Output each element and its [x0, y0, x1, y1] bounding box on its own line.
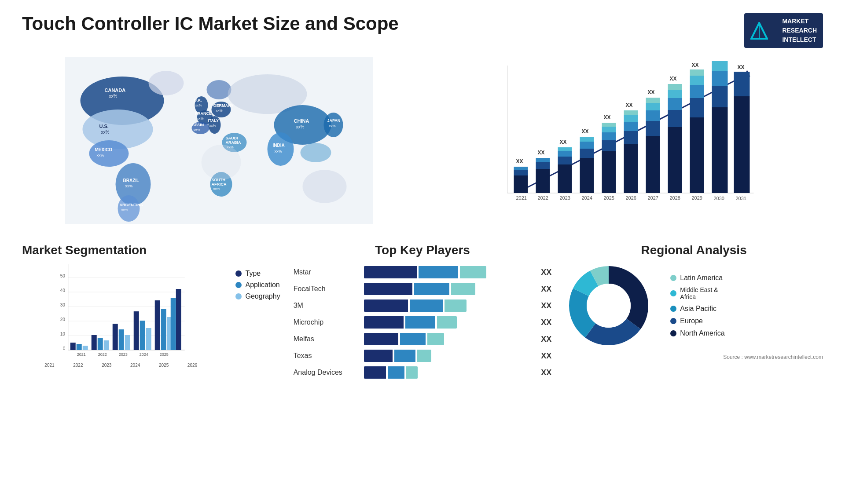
player-analog-devices: Analog Devices XX [294, 366, 552, 379]
svg-text:SAUDI: SAUDI [226, 136, 238, 140]
svg-rect-111 [690, 98, 704, 117]
player-texas: Texas XX [294, 350, 552, 362]
regional-donut-chart [565, 262, 653, 350]
svg-rect-143 [77, 344, 82, 350]
legend-latin-america: Latin America [670, 274, 724, 282]
svg-rect-150 [113, 324, 118, 350]
legend-europe: Europe [670, 317, 724, 325]
svg-rect-151 [119, 329, 124, 350]
segmentation-section: Market Segmentation 0 10 20 30 40 50 60 [22, 243, 280, 383]
svg-text:50: 50 [60, 274, 66, 278]
svg-text:XX: XX [538, 150, 545, 156]
svg-rect-142 [70, 343, 76, 350]
page-header: Touch Controller IC Market Size and Scop… [22, 13, 823, 48]
legend-north-america: North America [670, 329, 724, 337]
legend-type: Type [235, 270, 280, 278]
svg-rect-67 [536, 158, 550, 162]
svg-text:xx%: xx% [97, 153, 104, 157]
player-mstar: Mstar XX [294, 266, 552, 278]
svg-text:xx%: xx% [275, 149, 282, 153]
svg-rect-90 [624, 131, 638, 144]
svg-point-48 [301, 143, 331, 162]
legend-middle-east-africa: Middle East &Africa [670, 286, 724, 300]
svg-text:xx%: xx% [329, 124, 336, 128]
svg-text:2023: 2023 [119, 352, 128, 357]
svg-text:xx%: xx% [194, 128, 200, 132]
svg-text:xx%: xx% [216, 109, 223, 113]
svg-text:BRAZIL: BRAZIL [123, 178, 140, 183]
svg-rect-148 [104, 340, 109, 350]
svg-rect-144 [83, 346, 88, 350]
svg-rect-82 [602, 151, 616, 193]
svg-text:CANADA: CANADA [105, 88, 126, 93]
svg-text:FRANCE: FRANCE [195, 111, 212, 116]
page-title: Touch Controller IC Market Size and Scop… [22, 13, 399, 34]
svg-rect-119 [712, 71, 728, 86]
legend-geography-dot [235, 293, 242, 299]
svg-text:2027: 2027 [648, 195, 658, 201]
svg-text:ARGENTINA: ARGENTINA [120, 203, 143, 207]
svg-rect-146 [92, 335, 97, 350]
svg-rect-98 [646, 110, 660, 121]
segmentation-legend: Type Application Geography [235, 270, 280, 300]
svg-rect-78 [580, 142, 594, 149]
key-players-section: Top Key Players Mstar XX FocalTech [294, 243, 552, 383]
svg-text:2025: 2025 [160, 352, 169, 357]
svg-rect-83 [602, 140, 616, 151]
svg-text:SPAIN: SPAIN [192, 123, 204, 127]
svg-text:U.K.: U.K. [194, 98, 202, 102]
svg-rect-107 [668, 84, 682, 90]
svg-rect-159 [161, 309, 166, 350]
svg-rect-61 [514, 170, 528, 175]
regional-legend: Latin America Middle East &Africa Asia P… [661, 270, 733, 342]
svg-rect-105 [668, 98, 682, 110]
player-focaltech: FocalTech XX [294, 283, 552, 295]
svg-text:XX: XX [604, 114, 611, 121]
svg-point-38 [202, 145, 241, 180]
svg-rect-73 [558, 147, 572, 151]
svg-text:xx%: xx% [213, 187, 220, 191]
svg-rect-99 [646, 103, 660, 110]
svg-text:2022: 2022 [98, 352, 107, 357]
legend-application-dot [235, 282, 242, 288]
legend-asia-pacific: Asia Pacific [670, 305, 724, 313]
svg-rect-79 [580, 137, 594, 142]
svg-rect-100 [646, 98, 660, 103]
svg-rect-72 [558, 151, 572, 157]
svg-point-49 [303, 170, 347, 203]
svg-text:0: 0 [63, 346, 66, 351]
player-3m: 3M XX [294, 299, 552, 312]
legend-geography: Geography [235, 292, 280, 300]
svg-text:40: 40 [60, 288, 66, 293]
svg-rect-70 [558, 164, 572, 193]
svg-rect-97 [646, 121, 660, 136]
logo-text: MARKET RESEARCH INTELLECT [782, 17, 817, 44]
svg-rect-103 [668, 127, 682, 193]
svg-text:ARABIA: ARABIA [226, 140, 241, 145]
svg-rect-77 [580, 149, 594, 158]
svg-text:XX: XX [516, 158, 523, 164]
svg-rect-113 [690, 76, 704, 85]
svg-text:2030: 2030 [714, 196, 724, 201]
svg-text:2021: 2021 [516, 195, 527, 201]
svg-point-170 [587, 284, 631, 328]
svg-rect-147 [98, 338, 103, 350]
svg-rect-86 [602, 123, 616, 127]
svg-text:xx%: xx% [121, 208, 128, 212]
world-map-section: CANADA xx% U.S. xx% MEXICO xx% U.K. xx% … [22, 57, 416, 234]
svg-text:XX: XX [692, 62, 699, 68]
svg-text:CHINA: CHINA [294, 118, 309, 124]
svg-point-12 [149, 71, 184, 95]
logo: MARKET RESEARCH INTELLECT [744, 13, 823, 48]
growth-chart-svg: XX 2021 XX 2022 XX 2023 XX 2024 [429, 61, 823, 228]
svg-rect-93 [624, 110, 638, 115]
svg-text:XX: XX [648, 89, 655, 95]
svg-rect-91 [624, 122, 638, 131]
player-microchip: Microchip XX [294, 316, 552, 329]
svg-text:2022: 2022 [538, 195, 548, 201]
regional-title: Regional Analysis [565, 243, 823, 257]
svg-point-28 [207, 80, 231, 99]
svg-text:xx%: xx% [195, 103, 202, 107]
svg-rect-92 [624, 115, 638, 122]
svg-text:2021: 2021 [77, 352, 86, 357]
